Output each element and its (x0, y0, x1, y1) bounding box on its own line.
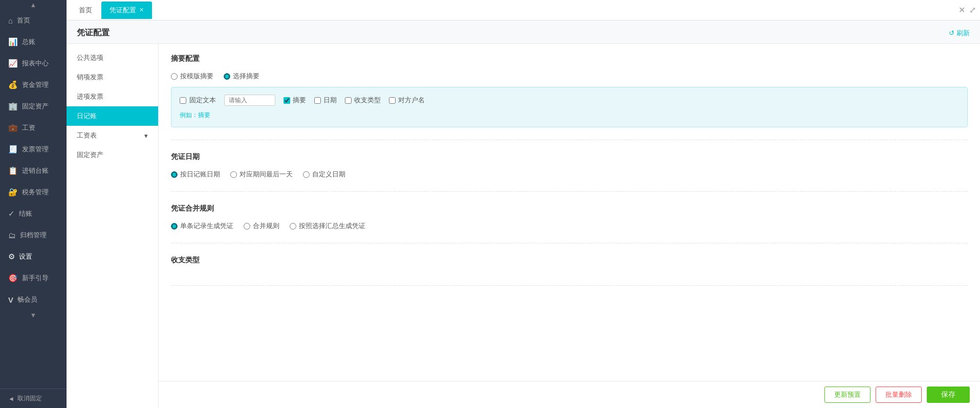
sidebar-item-label: 首页 (17, 16, 30, 25)
sidebar-item-home[interactable]: ⌂ 首页 (0, 10, 67, 31)
sidebar-item-checkout[interactable]: ✓ 结账 (0, 203, 67, 224)
sidebar-item-fund-management[interactable]: 💰 资金管理 (0, 74, 67, 96)
fixed-text-input-field[interactable] (224, 95, 275, 106)
counterpart-checkbox[interactable]: 对方户名 (389, 96, 425, 105)
archive-icon: 🗂 (8, 231, 16, 240)
tab-bar: 首页 凭证配置 ✕ ✕ ⤢ (67, 0, 980, 20)
sidebar-item-general-ledger[interactable]: 📊 总账 (0, 31, 67, 53)
custom-date-radio[interactable]: 自定义日期 (303, 170, 345, 179)
pin-icon: ◄ (8, 395, 14, 402)
date-check-label: 日期 (323, 96, 337, 105)
page-content: 凭证配置 ↺ 刷新 公共选项 销项发票 进项发票 日记账 (67, 20, 980, 408)
update-preview-button[interactable]: 更新预置 (824, 387, 870, 403)
sidebar-item-label: 资金管理 (22, 80, 49, 89)
sidebar-item-vip[interactable]: V 畅会员 (0, 289, 67, 310)
refresh-button[interactable]: ↺ 刷新 (949, 29, 970, 38)
voucher-date-radio-group: 按日记账日期 对应期间最后一天 自定义日期 (171, 170, 968, 179)
summary-checkbox-row: 固定文本 摘要 日期 (180, 95, 959, 106)
left-nav-public[interactable]: 公共选项 (67, 48, 158, 67)
tab-voucher-config[interactable]: 凭证配置 ✕ (101, 2, 152, 19)
sidebar-pin-toggle[interactable]: ◄ 取消固定 (0, 389, 67, 408)
summary-config-title: 摘要配置 (171, 54, 968, 63)
sidebar-item-label: 设置 (19, 252, 32, 261)
summary-config-box: 固定文本 摘要 日期 (171, 87, 968, 127)
single-record-input[interactable] (171, 223, 178, 230)
tab-close-icon[interactable]: ✕ (139, 7, 144, 13)
left-nav-journal[interactable]: 日记账 (67, 106, 158, 126)
summary-select-label: 选择摘要 (233, 72, 259, 81)
sidebar-item-label: 工资 (22, 123, 35, 132)
last-day-label: 对应期间最后一天 (239, 170, 293, 179)
sidebar-item-label: 总账 (22, 37, 35, 47)
left-nav-purchase-invoice[interactable]: 进项发票 (67, 87, 158, 106)
custom-date-label: 自定义日期 (312, 170, 345, 179)
voucher-merge-section: 凭证合并规则 单条记录生成凭证 合并规则 按照选择汇总生成凭证 (171, 204, 968, 243)
left-nav-fixed-assets[interactable]: 固定资产 (67, 145, 158, 165)
fixed-text-input-check[interactable] (180, 97, 186, 104)
save-button[interactable]: 保存 (927, 387, 970, 403)
batch-delete-button[interactable]: 批量删除 (876, 387, 922, 403)
sidebar-item-label: 畅会员 (17, 295, 37, 304)
merge-rule-label: 合并规则 (253, 221, 279, 231)
fund-icon: 💰 (8, 80, 18, 89)
summary-template-radio[interactable]: 按模版摘要 (171, 72, 213, 81)
summary-check-input[interactable] (284, 97, 290, 104)
income-type-check-input[interactable] (345, 97, 352, 104)
sidebar-item-purchase-sales[interactable]: 📋 进销台账 (0, 160, 67, 182)
sidebar-item-guide[interactable]: 🎯 新手引导 (0, 267, 67, 289)
single-record-radio[interactable]: 单条记录生成凭证 (171, 221, 233, 231)
tab-home[interactable]: 首页 (71, 2, 100, 19)
left-nav-sales-invoice[interactable]: 销项发票 (67, 67, 158, 87)
journal-date-radio[interactable]: 按日记账日期 (171, 170, 220, 179)
custom-date-input[interactable] (303, 171, 310, 178)
summary-config-section: 摘要配置 按模版摘要 选择摘要 (171, 54, 968, 140)
sidebar-item-tax[interactable]: 🔐 税务管理 (0, 182, 67, 203)
counterpart-check-label: 对方户名 (398, 96, 425, 105)
counterpart-check-input[interactable] (389, 97, 396, 104)
sidebar-scroll-down[interactable]: ▼ (0, 310, 67, 320)
single-record-label: 单条记录生成凭证 (180, 221, 233, 231)
sidebar-item-archive[interactable]: 🗂 归档管理 (0, 224, 67, 246)
journal-date-input[interactable] (171, 171, 178, 178)
date-checkbox[interactable]: 日期 (314, 96, 337, 105)
summary-template-input[interactable] (171, 73, 178, 80)
sidebar-item-fixed-assets[interactable]: 🏢 固定资产 (0, 96, 67, 117)
summary-select-input[interactable] (224, 73, 230, 80)
left-nav-salary-label: 工资表 (77, 131, 97, 140)
summary-checkbox[interactable]: 摘要 (284, 96, 306, 105)
income-type-checkbox[interactable]: 收支类型 (345, 96, 381, 105)
report-icon: 📈 (8, 59, 18, 68)
bottom-bar: 更新预置 批量删除 保存 (159, 381, 980, 408)
voucher-merge-title: 凭证合并规则 (171, 204, 968, 213)
summary-generate-label: 按照选择汇总生成凭证 (299, 221, 365, 231)
checkout-icon: ✓ (8, 209, 15, 218)
summary-generate-radio[interactable]: 按照选择汇总生成凭证 (290, 221, 365, 231)
left-nav-public-label: 公共选项 (77, 53, 103, 62)
refresh-label: 刷新 (956, 29, 970, 38)
fixed-text-checkbox[interactable]: 固定文本 (180, 96, 216, 105)
sidebar-item-salary[interactable]: 💼 工资 (0, 117, 67, 139)
page-title: 凭证配置 (77, 28, 110, 38)
vip-icon: V (8, 296, 13, 304)
last-day-input[interactable] (230, 171, 237, 178)
summary-example: 例如：摘要 (180, 111, 959, 120)
sidebar-item-settings[interactable]: ⚙ 设置 (0, 246, 67, 267)
date-check-input[interactable] (314, 97, 321, 104)
resize-icon[interactable]: ⤢ (969, 5, 976, 15)
sidebar-scroll-up[interactable]: ▲ (0, 0, 67, 10)
merge-rule-input[interactable] (244, 223, 250, 230)
home-icon: ⌂ (8, 16, 13, 25)
voucher-merge-radio-group: 单条记录生成凭证 合并规则 按照选择汇总生成凭证 (171, 221, 968, 231)
left-nav-assets-label: 固定资产 (77, 150, 103, 160)
window-controls: ✕ ⤢ (959, 5, 976, 15)
summary-select-radio[interactable]: 选择摘要 (224, 72, 259, 81)
last-day-radio[interactable]: 对应期间最后一天 (230, 170, 293, 179)
merge-rule-radio[interactable]: 合并规则 (244, 221, 279, 231)
sidebar-item-report-center[interactable]: 📈 报表中心 (0, 53, 67, 74)
summary-generate-input[interactable] (290, 223, 296, 230)
close-icon[interactable]: ✕ (959, 5, 965, 15)
sidebar-item-invoice[interactable]: 🧾 发票管理 (0, 139, 67, 160)
refresh-icon: ↺ (949, 29, 954, 37)
sidebar-item-label: 发票管理 (22, 145, 49, 154)
left-nav-salary[interactable]: 工资表 ▾ (67, 126, 158, 145)
